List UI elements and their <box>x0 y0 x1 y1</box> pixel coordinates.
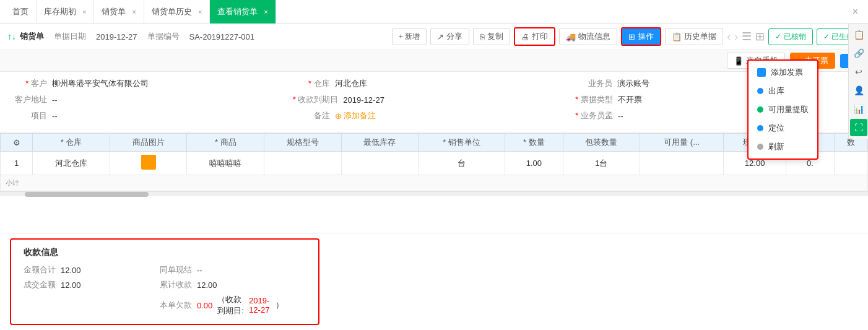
tab-sales[interactable]: 销货单 × <box>94 0 144 24</box>
salesman-star: * <box>575 111 578 120</box>
staff-value: 演示账号 <box>617 78 649 89</box>
project-field: 项目 -- <box>10 110 293 121</box>
col-product: * 商品 <box>187 134 264 152</box>
address-field: 客户地址 -- <box>10 94 293 105</box>
sidebar-icon-6[interactable]: ⛶ <box>850 119 867 136</box>
view-list-icon[interactable]: ☰ <box>742 30 752 43</box>
sidebar-icon-1[interactable]: 📋 <box>850 26 867 43</box>
due-date-star: * <box>293 95 296 104</box>
payment-grid: 金额合计 12.00 同单现结 -- 成交金额 12.00 累计收款 12.00 <box>24 264 306 316</box>
nav-prev-icon[interactable]: ‹ <box>727 30 731 43</box>
tab-inventory-close[interactable]: × <box>82 8 86 15</box>
locate-item[interactable]: 定位 <box>749 119 817 137</box>
doc-title-text: 销货单 <box>20 31 44 42</box>
outbound-item[interactable]: 出库 <box>749 82 817 100</box>
phone-icon: 📱 <box>734 56 744 66</box>
tab-view-sales-label: 查看销货单 <box>217 6 258 17</box>
row-index: 1 <box>1 152 33 175</box>
share-button[interactable]: ↗ 分享 <box>430 28 469 45</box>
close-all-button[interactable]: × <box>848 6 863 17</box>
payment-box: 收款信息 金额合计 12.00 同单现结 -- 成交金额 12.00 <box>10 238 319 325</box>
row-unit: 台 <box>419 152 505 175</box>
no-label: 单据编号 <box>147 31 180 42</box>
copy-button[interactable]: ⎘ 复制 <box>473 28 510 45</box>
sold-out-button[interactable]: ✓ 已核销 <box>768 28 812 45</box>
customer-star: * <box>25 79 28 88</box>
owe-label: 本单欠款 <box>160 300 192 311</box>
tab-sales-history[interactable]: 销货单历史 × <box>144 0 210 24</box>
add-note-text: 添加备注 <box>344 110 376 121</box>
subtotal-row: 小计 <box>1 175 868 191</box>
share-icon: ↗ <box>437 32 444 41</box>
print-button[interactable]: 🖨 打印 <box>514 27 555 46</box>
operation-dropdown: 添加发票 出库 可用量提取 定位 刷新 <box>747 59 818 160</box>
staff-label: 业务员 <box>575 78 612 89</box>
tab-inventory[interactable]: 库存期初 × <box>37 0 94 24</box>
due-date-value: 2019-12-27 <box>343 95 384 105</box>
row-quantity: 1.00 <box>505 152 563 175</box>
note-label: 备注 <box>293 110 330 121</box>
view-grid-icon[interactable]: ⊞ <box>755 30 765 43</box>
add-note-button[interactable]: ⊕ 添加备注 <box>335 110 376 121</box>
nav-next-icon[interactable]: › <box>734 30 738 43</box>
horizontal-scrollbar[interactable] <box>0 191 868 196</box>
operation-button[interactable]: ⊞ 操作 <box>621 27 661 46</box>
cumulative-value: 12.00 <box>197 280 217 290</box>
subtotal-label: 小计 <box>1 175 868 191</box>
tab-home[interactable]: 首页 <box>5 0 37 24</box>
sidebar-icon-3[interactable]: ↩ <box>850 63 867 80</box>
history-button[interactable]: 📋 历史单据 <box>665 28 723 45</box>
row-pack: 1台 <box>563 152 640 175</box>
ticket-label: * 票据类型 <box>575 94 613 105</box>
settlement-value: -- <box>197 266 202 275</box>
doc-icon: ↑↓ <box>7 32 16 41</box>
sidebar-icon-5[interactable]: 📊 <box>850 100 867 118</box>
tab-home-label: 首页 <box>12 6 28 17</box>
scroll-thumb[interactable] <box>25 192 149 197</box>
sidebar-icon-2[interactable]: 🔗 <box>850 45 867 62</box>
tab-view-sales[interactable]: 查看销货单 × <box>210 0 276 24</box>
available-extract-label: 可用量提取 <box>768 104 809 115</box>
tab-bar: 首页 库存期初 × 销货单 × 销货单历史 × 查看销货单 × × <box>0 0 868 24</box>
locate-label: 定位 <box>768 123 784 134</box>
action-bar: + 新增 ↗ 分享 ⎘ 复制 🖨 打印 🚚 物流信息 <box>392 27 861 46</box>
address-value: -- <box>52 95 58 105</box>
note-field: 备注 ⊕ 添加备注 <box>293 110 576 121</box>
operation-icon: ⊞ <box>628 32 635 41</box>
tab-view-sales-close[interactable]: × <box>264 8 267 15</box>
transaction-value: 12.00 <box>61 280 81 290</box>
payment-title: 收款信息 <box>24 247 306 258</box>
refresh-item[interactable]: 刷新 <box>749 137 817 156</box>
owe-value: 0.00 <box>197 301 212 310</box>
due-date-label: * 收款到期日 <box>293 94 339 105</box>
sidebar-icon-4[interactable]: 👤 <box>850 82 867 99</box>
date-value: 2019-12-27 <box>96 32 137 41</box>
tab-sales-close[interactable]: × <box>132 8 136 15</box>
customer-value: 柳州粤港平安气体有限公司 <box>52 78 149 89</box>
logistics-button[interactable]: 🚚 物流信息 <box>559 28 617 45</box>
bottom-info: 收款信息 金额合计 12.00 同单现结 -- 成交金额 12.00 <box>0 233 868 330</box>
history-icon: 📋 <box>672 32 682 41</box>
product-table-wrap[interactable]: ⚙ * 仓库 商品图片 * 商品 规格型号 最低库存 * 销售单位 * 数量 包… <box>0 133 868 233</box>
col-image: 商品图片 <box>110 134 187 152</box>
warehouse-label: * 仓库 <box>293 78 330 89</box>
warehouse-star: * <box>308 79 311 88</box>
customer-label: * 客户 <box>10 78 47 89</box>
history-label: 历史单据 <box>684 31 716 42</box>
owe-due-value: 2019-12-27 <box>249 296 271 315</box>
second-bar: 📱 来自手机 ● 未开票 ✓ <box>0 50 868 72</box>
add-button[interactable]: + 新增 <box>392 28 427 45</box>
warehouse-field: * 仓库 河北仓库 <box>293 78 576 89</box>
add-invoice-icon <box>757 68 766 77</box>
add-invoice-item[interactable]: 添加发票 <box>749 63 817 82</box>
row-image <box>110 152 187 175</box>
available-extract-icon <box>757 106 763 113</box>
form-row-1: * 客户 柳州粤港平安气体有限公司 * 仓库 河北仓库 业务员 演示账号 <box>10 78 858 89</box>
transaction-item: 成交金额 12.00 <box>24 279 147 290</box>
available-extract-item[interactable]: 可用量提取 <box>749 100 817 119</box>
row-min-stock <box>341 152 419 175</box>
print-icon: 🖨 <box>521 32 529 41</box>
ticket-value: 不开票 <box>618 94 642 105</box>
address-label: 客户地址 <box>10 94 47 105</box>
tab-sales-history-close[interactable]: × <box>198 8 202 15</box>
